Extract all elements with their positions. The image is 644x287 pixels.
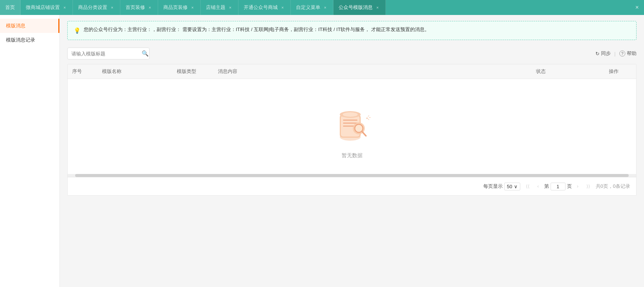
- empty-state: 暂无数据: [68, 79, 636, 174]
- prev-page-button[interactable]: ‹: [534, 182, 543, 191]
- empty-text: 暂无数据: [342, 152, 363, 159]
- next-page-button[interactable]: ›: [573, 182, 582, 191]
- close-product-decoration[interactable]: ×: [190, 5, 195, 10]
- content-area: 💡 您的公众号行业为：主营行业：，副营行业： 需要设置为：主营行业：IT科技 /…: [60, 15, 644, 287]
- search-bar: 🔍 ↻ 同步 | ? 帮助: [67, 48, 637, 59]
- nav-tab-store-settings[interactable]: 微商城店铺设置 ×: [21, 0, 73, 15]
- help-button[interactable]: ? 帮助: [619, 50, 637, 57]
- page-prefix-label: 第: [544, 183, 549, 190]
- nav-tab-home-decoration[interactable]: 首页装修 ×: [120, 0, 158, 15]
- nav-tab-custom-menu-label: 自定义菜单: [296, 4, 320, 11]
- search-actions: ↻ 同步 | ? 帮助: [595, 50, 637, 57]
- sync-label: 同步: [601, 50, 611, 57]
- notice-content: 您的公众号行业为：主营行业：，副营行业： 需要设置为：主营行业：IT科技 / 互…: [84, 26, 429, 34]
- th-seq: 序号: [68, 64, 98, 79]
- first-page-button[interactable]: ⟨⟨: [523, 182, 532, 191]
- th-content: 消息内容: [213, 64, 531, 79]
- sidebar-item-template-message-label: 模版消息: [6, 23, 25, 28]
- th-status: 状态: [531, 64, 591, 79]
- nav-tab-product-decoration-label: 商品页装修: [163, 4, 188, 11]
- notice-highlight: 需要设置为：主营行业：IT科技 / 互联网|电子商务，副营行业：IT科技 / I…: [182, 27, 370, 32]
- nav-tab-store-settings-label: 微商城店铺设置: [26, 4, 60, 11]
- nav-tab-store-theme[interactable]: 店铺主题 ×: [201, 0, 238, 15]
- sidebar: 模版消息 模版消息记录: [0, 15, 60, 287]
- close-category-settings[interactable]: ×: [110, 5, 115, 10]
- close-open-mall[interactable]: ×: [280, 5, 285, 10]
- page-size-select[interactable]: 50 ∨: [504, 183, 520, 190]
- close-custom-menu[interactable]: ×: [323, 5, 328, 10]
- pagination: 每页显示 50 ∨ ⟨⟨ ‹ 第 页 › ⟩⟩ 共0页，0条记录: [68, 177, 636, 195]
- close-template-msg[interactable]: ×: [375, 5, 380, 10]
- search-icon: 🔍: [142, 50, 149, 57]
- search-box: 🔍: [67, 48, 150, 59]
- total-text: 共0页，0条记录: [596, 183, 630, 190]
- nav-tab-home-label: 首页: [5, 4, 15, 11]
- nav-tab-store-theme-label: 店铺主题: [206, 4, 225, 11]
- svg-line-15: [368, 119, 369, 120]
- top-nav: 首页 微商城店铺设置 × 商品分类设置 × 首页装修 × 商品页装修 × 店铺主…: [0, 0, 644, 15]
- svg-line-13: [368, 116, 369, 116]
- svg-point-7: [343, 112, 358, 117]
- notice-suffix: 才能正常发送预置的消息。: [371, 27, 429, 32]
- svg-line-11: [362, 132, 366, 136]
- nav-tab-custom-menu[interactable]: 自定义菜单 ×: [291, 0, 333, 15]
- nav-tab-home[interactable]: 首页: [0, 0, 21, 15]
- page-size-label: 每页显示: [483, 183, 503, 190]
- notice-box: 💡 您的公众号行业为：主营行业：，副营行业： 需要设置为：主营行业：IT科技 /…: [67, 21, 637, 40]
- sidebar-item-template-message-log[interactable]: 模版消息记录: [0, 33, 59, 47]
- page-size-chevron: ∨: [514, 184, 518, 189]
- action-divider: |: [614, 51, 616, 57]
- notice-icon: 💡: [74, 26, 81, 35]
- page-suffix-label: 页: [567, 183, 572, 190]
- last-page-button[interactable]: ⟩⟩: [584, 182, 593, 191]
- nav-tab-open-mall[interactable]: 开通公众号商城 ×: [238, 0, 291, 15]
- notice-prefix: 您的公众号行业为：主营行业：，副营行业：: [84, 27, 181, 32]
- nav-tab-category-settings-label: 商品分类设置: [78, 4, 107, 11]
- sync-button[interactable]: ↻ 同步: [595, 50, 611, 57]
- th-type: 模版类型: [172, 64, 213, 79]
- page-size-value: 50: [507, 184, 512, 189]
- close-store-theme[interactable]: ×: [228, 5, 233, 10]
- sync-icon: ↻: [595, 51, 600, 57]
- page-number-input[interactable]: [551, 183, 566, 190]
- nav-tab-category-settings[interactable]: 商品分类设置 ×: [73, 0, 120, 15]
- nav-tab-template-msg-label: 公众号模版消息: [339, 4, 373, 11]
- help-icon: ?: [619, 51, 625, 57]
- sidebar-item-template-message-log-label: 模版消息记录: [6, 37, 35, 43]
- nav-tab-open-mall-label: 开通公众号商城: [244, 4, 278, 11]
- close-all-button[interactable]: ×: [630, 4, 644, 11]
- th-name: 模版名称: [98, 64, 172, 79]
- svg-point-12: [366, 117, 368, 119]
- help-label: 帮助: [627, 50, 637, 57]
- search-button[interactable]: 🔍: [138, 48, 150, 59]
- search-input[interactable]: [68, 49, 138, 59]
- main-layout: 模版消息 模版消息记录 💡 您的公众号行业为：主营行业：，副营行业： 需要设置为…: [0, 15, 644, 287]
- table-header: 序号 模版名称 模版类型 消息内容 状态 操作: [68, 64, 636, 79]
- sidebar-item-template-message[interactable]: 模版消息: [0, 19, 59, 33]
- nav-tab-product-decoration[interactable]: 商品页装修 ×: [158, 0, 201, 15]
- nav-tab-template-msg[interactable]: 公众号模版消息 ×: [333, 0, 386, 15]
- close-home-decoration[interactable]: ×: [147, 5, 152, 10]
- page-nav: ⟨⟨ ‹ 第 页 › ⟩⟩: [523, 182, 593, 191]
- table-scrollbar[interactable]: [68, 174, 636, 177]
- data-table: 序号 模版名称 模版类型 消息内容 状态 操作: [67, 64, 637, 196]
- close-store-settings[interactable]: ×: [62, 5, 67, 10]
- page-size-section: 每页显示 50 ∨: [483, 183, 520, 190]
- nav-tab-home-decoration-label: 首页装修: [126, 4, 145, 11]
- empty-illustration: [330, 101, 375, 146]
- close-all-icon: ×: [635, 4, 639, 11]
- th-action: 操作: [591, 64, 636, 79]
